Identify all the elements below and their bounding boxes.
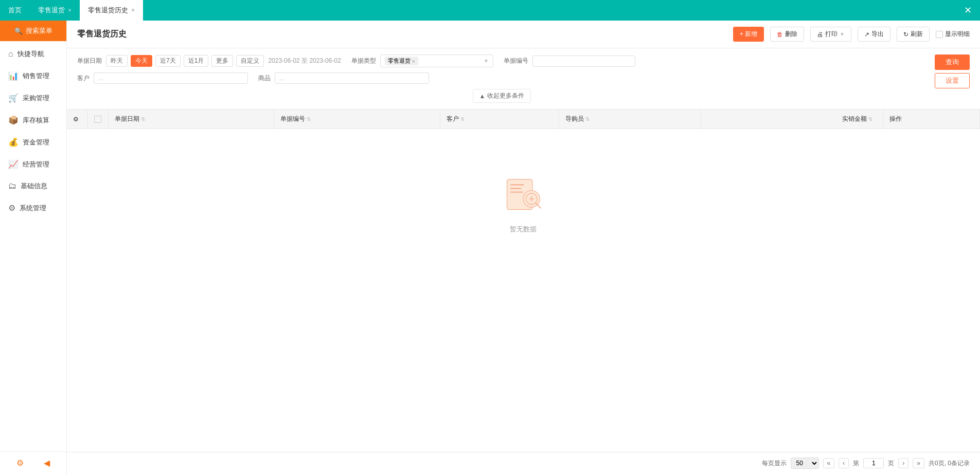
voucher-type-select[interactable]: 零售退货 × ▼ bbox=[380, 54, 493, 67]
sidebar-item-operations-label: 经营管理 bbox=[23, 160, 49, 169]
sidebar-item-quick-nav-label: 快捷导航 bbox=[17, 49, 44, 59]
refresh-button[interactable]: ↻ 刷新 bbox=[897, 27, 930, 42]
page-size-select[interactable]: 50 10 20 100 bbox=[791, 458, 819, 469]
col-amount-sort-icon[interactable]: ⇅ bbox=[868, 116, 872, 122]
print-label: 打印 bbox=[825, 30, 838, 39]
show-detail-checkbox[interactable] bbox=[936, 31, 943, 38]
sidebar-search[interactable]: 🔍 搜索菜单 bbox=[0, 21, 66, 41]
collapse-label: 收起更多条件 bbox=[487, 92, 524, 100]
page-title: 零售退货历史 bbox=[77, 29, 127, 40]
voucher-type-label: 单据类型 bbox=[351, 57, 376, 65]
sidebar-item-inventory[interactable]: 📦 库存核算 bbox=[0, 109, 66, 131]
page-header: 零售退货历史 + 新增 🗑 删除 🖨 打印 ▼ ↗ 导出 ↻ bbox=[67, 21, 980, 48]
delete-button[interactable]: 🗑 删除 bbox=[770, 27, 804, 42]
date-btn-custom[interactable]: 自定义 bbox=[236, 55, 264, 67]
col-customer-sort-icon[interactable]: ⇅ bbox=[460, 116, 465, 122]
refresh-label: 刷新 bbox=[911, 30, 923, 39]
col-date: 单据日期 ⇅ bbox=[108, 110, 274, 129]
print-dropdown-icon: ▼ bbox=[840, 31, 845, 37]
collapse-sidebar-icon[interactable]: ◀ bbox=[44, 458, 50, 468]
page-size-label: 每页显示 bbox=[762, 459, 787, 468]
sidebar-item-quick-nav[interactable]: ⌂ 快捷导航 bbox=[0, 43, 66, 65]
print-button[interactable]: 🖨 打印 ▼ bbox=[810, 27, 851, 42]
col-customer-label: 客户 bbox=[447, 115, 459, 123]
customer-select[interactable]: ... bbox=[94, 72, 248, 84]
col-checkbox[interactable] bbox=[87, 110, 108, 129]
date-range-display: 2023-06-02 至 2023-06-02 bbox=[268, 57, 341, 65]
col-voucher-no-label: 单据编号 bbox=[280, 115, 305, 123]
col-amount-label: 实销金额 bbox=[842, 115, 867, 123]
col-settings[interactable]: ⚙ bbox=[67, 110, 87, 129]
settings-col-icon[interactable]: ⚙ bbox=[73, 116, 79, 123]
inventory-icon: 📦 bbox=[8, 115, 19, 125]
collapse-up-icon: ▲ bbox=[479, 93, 486, 100]
collapse-row: ▲ 收起更多条件 bbox=[77, 89, 926, 103]
tab-retail-return-label: 零售退货 bbox=[38, 6, 65, 15]
tab-retail-return-history-close[interactable]: × bbox=[131, 7, 135, 14]
date-btn-more[interactable]: 更多 bbox=[211, 55, 233, 67]
show-detail-area: 显示明细 bbox=[936, 30, 970, 39]
sidebar-item-basic-info-label: 基础信息 bbox=[21, 181, 47, 191]
select-all-checkbox[interactable] bbox=[94, 116, 101, 123]
col-voucher-no-sort-icon[interactable]: ⇅ bbox=[307, 116, 311, 122]
export-icon: ↗ bbox=[864, 31, 869, 38]
tab-retail-return-close[interactable]: × bbox=[68, 7, 72, 14]
sidebar-item-basic-info[interactable]: 🗂 基础信息 bbox=[0, 175, 66, 197]
search-icon: 🔍 bbox=[14, 27, 23, 35]
sidebar-item-purchase[interactable]: 🛒 采购管理 bbox=[0, 87, 66, 109]
sidebar-item-operations[interactable]: 📈 经营管理 bbox=[0, 153, 66, 175]
col-action: 操作 bbox=[883, 110, 979, 129]
content-area: 零售退货历史 + 新增 🗑 删除 🖨 打印 ▼ ↗ 导出 ↻ bbox=[67, 21, 980, 474]
settings-bottom-icon[interactable]: ⚙ bbox=[16, 458, 24, 468]
collapse-button[interactable]: ▲ 收起更多条件 bbox=[473, 89, 531, 103]
new-button[interactable]: + 新增 bbox=[733, 27, 764, 42]
svg-rect-1 bbox=[510, 184, 524, 186]
last-page-button[interactable]: » bbox=[913, 458, 924, 468]
date-btn-yesterday[interactable]: 昨天 bbox=[106, 55, 128, 67]
first-page-button[interactable]: « bbox=[823, 458, 835, 468]
page-number-input[interactable] bbox=[863, 458, 884, 468]
window-close-button[interactable]: ✕ bbox=[964, 5, 980, 16]
sales-icon: 📊 bbox=[8, 71, 19, 81]
tab-retail-return[interactable]: 零售退货 × bbox=[30, 0, 80, 21]
tab-home[interactable]: 首页 bbox=[0, 0, 30, 21]
next-page-button[interactable]: › bbox=[898, 458, 908, 468]
page-label-suffix: 页 bbox=[888, 459, 894, 468]
query-button[interactable]: 查询 bbox=[935, 54, 970, 70]
filter-group-goods: 商品 ... bbox=[258, 72, 429, 84]
date-btn-1month[interactable]: 近1月 bbox=[184, 55, 209, 67]
voucher-type-dropdown-icon: ▼ bbox=[484, 58, 489, 64]
setting-button[interactable]: 设置 bbox=[935, 73, 970, 88]
col-date-sort-icon[interactable]: ⇅ bbox=[141, 116, 145, 122]
sidebar-item-system[interactable]: ⚙ 系统管理 bbox=[0, 197, 66, 219]
sidebar-menu: ⌂ 快捷导航 📊 销售管理 🛒 采购管理 📦 库存核算 💰 资金管理 📈 bbox=[0, 41, 66, 451]
export-button[interactable]: ↗ 导出 bbox=[858, 27, 890, 42]
basic-info-icon: 🗂 bbox=[8, 181, 16, 191]
date-filter-label: 单据日期 bbox=[77, 57, 102, 65]
data-table: ⚙ 单据日期 ⇅ 单据编号 bbox=[67, 110, 980, 275]
sidebar-bottom: ⚙ ◀ bbox=[0, 451, 66, 474]
sidebar-item-purchase-label: 采购管理 bbox=[23, 94, 49, 103]
col-guide-sort-icon[interactable]: ⇅ bbox=[585, 116, 590, 122]
sidebar-item-finance[interactable]: 💰 资金管理 bbox=[0, 131, 66, 153]
show-detail-label: 显示明细 bbox=[945, 30, 970, 39]
voucher-no-input[interactable] bbox=[532, 56, 635, 67]
system-icon: ⚙ bbox=[8, 203, 15, 213]
empty-state: 暂无数据 bbox=[67, 129, 980, 275]
customer-filter-label: 客户 bbox=[77, 74, 90, 83]
goods-select[interactable]: ... bbox=[275, 72, 429, 84]
tab-retail-return-history[interactable]: 零售退货历史 × bbox=[80, 0, 143, 21]
voucher-type-tag-close[interactable]: × bbox=[412, 58, 415, 64]
prev-page-button[interactable]: ‹ bbox=[839, 458, 849, 468]
sidebar-item-sales[interactable]: 📊 销售管理 bbox=[0, 65, 66, 87]
svg-line-6 bbox=[536, 204, 541, 208]
filter-group-date: 单据日期 昨天 今天 近7天 近1月 更多 自定义 2023-06-02 至 2… bbox=[77, 55, 341, 67]
sidebar-item-inventory-label: 库存核算 bbox=[23, 116, 49, 125]
tab-retail-return-history-label: 零售退货历史 bbox=[88, 6, 128, 15]
col-guide-label: 导购员 bbox=[565, 115, 584, 123]
filter-fields: 单据日期 昨天 今天 近7天 近1月 更多 自定义 2023-06-02 至 2… bbox=[77, 54, 926, 103]
date-btn-today[interactable]: 今天 bbox=[131, 55, 152, 67]
filter-group-voucher-no: 单据编号 bbox=[504, 56, 635, 67]
date-btn-7days[interactable]: 近7天 bbox=[155, 55, 181, 67]
home-icon: ⌂ bbox=[8, 49, 13, 59]
